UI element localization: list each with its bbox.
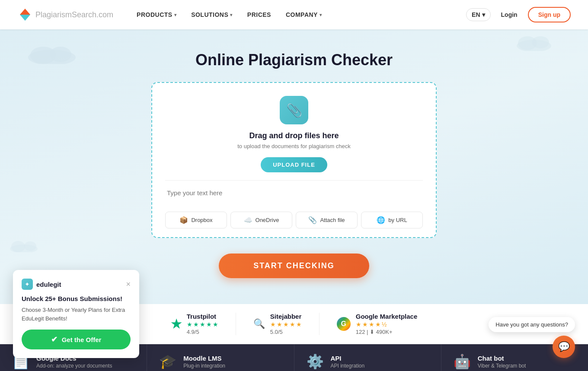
popup-cta-button[interactable]: ✔ Get the Offer [22,330,131,349]
upload-icon-wrap: 📎 [280,96,308,124]
trustpilot-stars: ★ ★ ★ ★ ★ [187,321,218,328]
divider [165,180,423,181]
logo-text: PlagiarismSearch.com [35,10,113,19]
api-icon: ⚙️ [307,353,324,370]
svg-point-4 [50,47,71,62]
moodle-icon: 🎓 [159,353,176,370]
google-stars: ★ ★ ★ ★ ½ [356,321,418,328]
moodle-title: Moodle LMS [183,355,225,362]
signup-button[interactable]: Sign up [528,7,571,22]
sitejabber-name: Sitejabber [270,313,302,320]
popup-desc: Choose 3-Month or Yearly Plans for Extra… [22,306,131,323]
popup-brand: ✦ edulegit [22,279,61,290]
chat-icon: 💬 [558,341,570,352]
nav-prices[interactable]: PRICES [241,8,277,22]
api-sub: API integration [331,363,365,369]
nav-right: EN ▾ Login Sign up [466,7,571,22]
onedrive-icon: ☁️ [244,216,252,224]
sitejabber-stars: ★ ★ ★ ★ ★ [270,321,302,328]
chatbot-sub: Viber & Telegram bot [478,363,526,369]
bottom-api[interactable]: ⚙️ API API integration [294,344,441,371]
dropbox-icon: 📦 [179,216,188,224]
popup-cta-label: Get the Offer [62,336,102,343]
popup-header: ✦ edulegit × [22,279,131,290]
upload-file-button[interactable]: UPLOAD FILE [261,157,327,172]
attach-icon: 📎 [308,216,317,224]
by-url-button[interactable]: 🌐 by URL [361,212,423,228]
attach-options-row: 📦 Dropbox ☁️ OneDrive 📎 Attach file 🌐 by… [165,212,423,228]
trustpilot-logo: ★ [171,317,182,331]
google-score: 122 | ⬇ 490K+ [356,329,418,335]
upload-box: 📎 Drag and drop files here to upload the… [151,82,437,238]
edulegit-icon: ✦ [22,279,33,290]
svg-marker-1 [20,15,30,21]
google-docs-sub: Add-on: analyze your documents [36,363,112,369]
chat-tooltip: Have you got any questions? [489,317,575,332]
chevron-down-icon: ▾ [482,11,485,18]
trustpilot-name: Trustpilot [187,313,218,320]
drag-drop-title: Drag and drop files here [249,131,339,140]
popup-brand-name: edulegit [36,281,61,288]
chat-bubble: Have you got any questions? 💬 [489,317,575,358]
attach-file-button[interactable]: 📎 Attach file [296,212,358,228]
google-marketplace-name: Google Marketplace [356,313,418,320]
checkmark-icon: ✔ [51,335,58,344]
url-icon: 🌐 [377,216,385,224]
onedrive-button[interactable]: ☁️ OneDrive [230,212,292,228]
svg-marker-0 [20,9,30,15]
google-marketplace-rating: G Google Marketplace ★ ★ ★ ★ ½ 122 | ⬇ 4… [320,313,435,335]
text-input[interactable] [165,187,423,209]
bottom-moodle[interactable]: 🎓 Moodle LMS Plug-in integration [147,344,294,371]
api-title: API [331,355,365,362]
popup-close-button[interactable]: × [126,280,131,289]
popup-title: Unlock 25+ Bonus Submissions! [22,295,131,302]
page-title: Online Plagiarism Checker [195,51,393,69]
nav-company[interactable]: COMPANY ▾ [280,8,328,22]
svg-point-10 [24,241,36,251]
chevron-down-icon: ▾ [174,13,177,17]
sitejabber-score: 5.0/5 [270,329,302,335]
chatbot-icon: 🤖 [454,353,471,370]
paperclip-icon: 📎 [286,103,302,118]
google-logo: G [337,317,351,331]
trustpilot-score: 4.9/5 [187,329,218,335]
chat-button[interactable]: 💬 [553,336,575,358]
nav-links: PRODUCTS ▾ SOLUTIONS ▾ PRICES COMPANY ▾ [131,8,466,22]
hero-section: Online Plagiarism Checker 📎 Drag and dro… [0,29,588,304]
chevron-down-icon: ▾ [230,13,233,17]
moodle-sub: Plug-in integration [183,363,225,369]
logo[interactable]: PlagiarismSearch.com [17,7,113,22]
language-selector[interactable]: EN ▾ [466,8,490,21]
nav-products[interactable]: PRODUCTS ▾ [131,8,182,22]
sitejabber-logo: 🔍 [253,318,265,330]
chevron-down-icon: ▾ [320,13,322,17]
login-button[interactable]: Login [497,9,522,21]
trustpilot-rating: ★ Trustpilot ★ ★ ★ ★ ★ 4.9/5 [153,313,236,335]
drag-drop-subtitle: to upload the documents for plagiarism c… [237,143,351,149]
promo-popup: ✦ edulegit × Unlock 25+ Bonus Submission… [13,270,139,358]
nav-solutions[interactable]: SOLUTIONS ▾ [185,8,239,22]
navigation: PlagiarismSearch.com PRODUCTS ▾ SOLUTION… [0,0,588,29]
svg-point-7 [532,36,549,48]
dropbox-button[interactable]: 📦 Dropbox [165,212,227,228]
sitejabber-rating: 🔍 Sitejabber ★ ★ ★ ★ ★ 5.0/5 [236,313,320,335]
start-checking-button[interactable]: START CHECKING [219,254,369,278]
svg-point-9 [11,241,25,252]
